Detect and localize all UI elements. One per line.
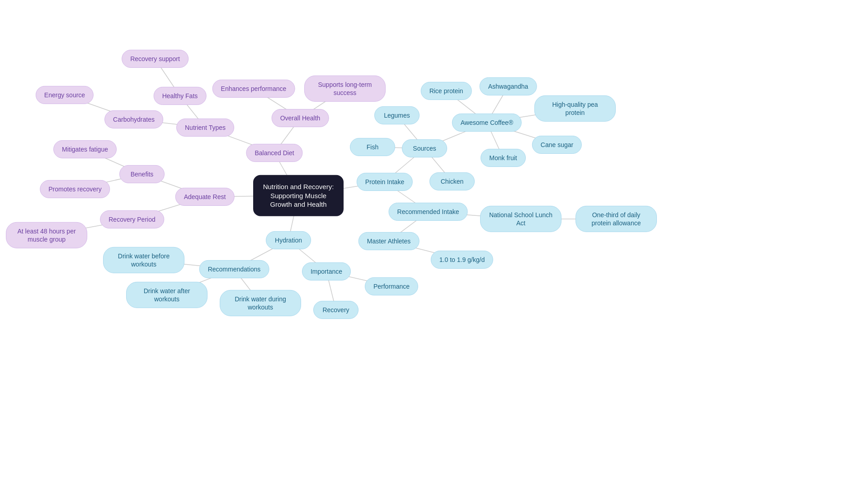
healthy-fats-node[interactable]: Healthy Fats [154,87,207,105]
mindmap-container: Nutrition and Recovery: Supporting Muscl… [0,0,868,490]
protein-intake-node[interactable]: Protein Intake [357,173,413,191]
energy-source-node[interactable]: Energy source [36,86,94,104]
monk-fruit-node[interactable]: Monk fruit [481,149,526,167]
national-school-node[interactable]: National School Lunch Act [480,206,561,232]
master-athletes-node[interactable]: Master Athletes [359,232,420,250]
balanced-diet-node[interactable]: Balanced Diet [246,144,302,162]
overall-health-node[interactable]: Overall Health [272,109,329,127]
drink-before-node[interactable]: Drink water before workouts [103,247,184,273]
enhances-performance-node[interactable]: Enhances performance [212,80,295,98]
performance-blue-node[interactable]: Performance [365,277,418,295]
fish-node[interactable]: Fish [350,138,395,156]
chicken-node[interactable]: Chicken [429,172,475,190]
recommended-intake-node[interactable]: Recommended Intake [389,203,468,221]
mitigates-fatigue-node[interactable]: Mitigates fatigue [53,140,117,158]
recommendations-node[interactable]: Recommendations [199,260,269,278]
hydration-node[interactable]: Hydration [266,231,311,249]
recovery-period-node[interactable]: Recovery Period [100,210,164,228]
high-quality-pea-node[interactable]: High-quality pea protein [534,95,616,122]
ashwagandha-node[interactable]: Ashwagandha [480,77,537,95]
connection-lines [0,0,868,490]
rice-protein-node[interactable]: Rice protein [421,82,472,100]
drink-during-node[interactable]: Drink water during workouts [220,290,301,316]
sources-node[interactable]: Sources [402,139,447,157]
cane-sugar-node[interactable]: Cane sugar [532,136,582,154]
benefits-node[interactable]: Benefits [119,165,165,183]
at-least-48-node[interactable]: At least 48 hours per muscle group [6,222,87,248]
awesome-coffee-node[interactable]: Awesome Coffee® [452,114,522,132]
legumes-node[interactable]: Legumes [374,106,420,124]
promotes-recovery-node[interactable]: Promotes recovery [40,180,110,198]
supports-longterm-node[interactable]: Supports long-term success [304,76,386,102]
1-to-1-9-node[interactable]: 1.0 to 1.9 g/kg/d [431,251,493,269]
drink-after-node[interactable]: Drink water after workouts [126,282,208,308]
center-node[interactable]: Nutrition and Recovery: Supporting Muscl… [253,175,344,216]
adequate-rest-node[interactable]: Adequate Rest [175,188,235,206]
carbohydrates-node[interactable]: Carbohydrates [104,110,163,128]
importance-node[interactable]: Importance [302,262,351,281]
one-third-node[interactable]: One-third of daily protein allowance [576,206,657,232]
recovery-blue-node[interactable]: Recovery [313,301,359,319]
recovery-support-node[interactable]: Recovery support [122,50,189,68]
nutrient-types-node[interactable]: Nutrient Types [176,119,234,137]
